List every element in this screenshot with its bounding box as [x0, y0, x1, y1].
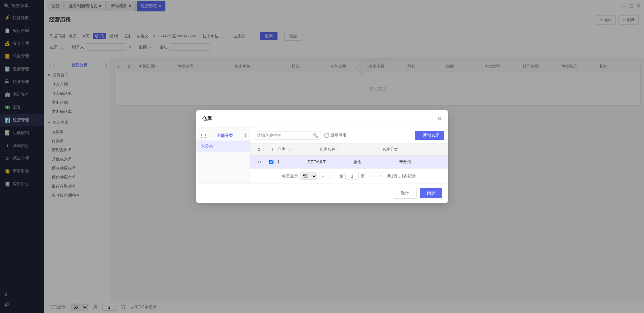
th-warehouse-id: 仓库... ⇅	[277, 147, 319, 152]
th-check[interactable]: ☐	[265, 147, 277, 152]
dialog-prev-page-btn[interactable]: ‹	[329, 172, 337, 180]
show-disabled-checkbox[interactable]	[325, 133, 329, 138]
row-id-cell: 1	[277, 160, 308, 164]
row-code-value: DEFAULT	[308, 160, 326, 164]
dialog-pagination: 每页显示 50 100 « ‹ 第 页 › » 共1页，1条记录	[250, 168, 448, 184]
dialog-per-page-select[interactable]: 50 100	[300, 172, 317, 180]
confirm-button[interactable]: 确定	[420, 188, 442, 198]
row-checkbox[interactable]	[269, 160, 273, 164]
cancel-button[interactable]: 取消	[394, 188, 417, 199]
dialog-left-panel: ⋮⋮ 全部分类 《 未分类	[196, 127, 250, 184]
dialog-page-input[interactable]	[345, 173, 359, 180]
row-name-value-cell: 总仓	[353, 159, 399, 165]
dialog-left-toggle[interactable]: 《	[242, 133, 246, 139]
row-settings-icon: ⚙	[253, 160, 265, 164]
table-row[interactable]: ⚙ 1 DEFAULT 总仓	[250, 156, 448, 168]
th-warehouse-name: 仓库名称 ⇅	[319, 147, 382, 152]
dialog-left-item-uncategorized[interactable]: 未分类	[196, 141, 250, 152]
dialog-left-title: 全部分类	[217, 133, 233, 139]
dialog-first-page-btn[interactable]: «	[319, 172, 327, 180]
row-checkbox-cell[interactable]	[265, 160, 277, 164]
dialog-last-page-btn[interactable]: »	[377, 172, 385, 180]
dialog-left-header[interactable]: ⋮⋮ 全部分类 《	[196, 131, 250, 141]
dialog-toolbar: 🔍 显示停用 + 新增仓库	[250, 127, 448, 144]
row-category-value: 未分类	[399, 159, 411, 165]
dialog-title: 仓库	[202, 116, 212, 122]
dialog-right-panel: 🔍 显示停用 + 新增仓库 ⚙ ☐	[250, 127, 448, 184]
settings-icon-th: ⚙	[257, 147, 261, 152]
dialog-header: 仓库 ✕	[196, 110, 448, 127]
dialog-per-page-label: 每页显示	[282, 173, 298, 179]
dialog-close-button[interactable]: ✕	[437, 115, 442, 122]
row-id-value: 1	[277, 160, 280, 164]
th-settings[interactable]: ⚙	[253, 147, 265, 152]
dialog-next-page-btn[interactable]: ›	[367, 172, 375, 180]
show-disabled-label[interactable]: 显示停用	[325, 132, 346, 138]
row-warehouse-name: 总仓	[353, 159, 361, 165]
dialog-left-icon: ⋮⋮	[200, 133, 208, 138]
row-name-cell: DEFAULT	[308, 160, 353, 164]
show-disabled-text: 显示停用	[330, 132, 346, 138]
row-category-cell: 未分类	[399, 159, 445, 165]
id-sort-icon[interactable]: ⇅	[290, 148, 293, 151]
row-gear-icon: ⚙	[257, 160, 261, 164]
dialog-search-icon: 🔍	[313, 133, 318, 138]
dialog-total-label: 共1页，1条记录	[387, 173, 416, 179]
th-warehouse-category: 仓库分类 ⇅	[382, 147, 445, 152]
warehouse-dialog: 仓库 ✕ ⋮⋮ 全部分类 《 未分类	[196, 110, 448, 203]
name-sort-icon[interactable]: ⇅	[336, 148, 339, 151]
category-sort-icon[interactable]: ⇅	[399, 148, 402, 151]
check-all-icon: ☐	[269, 147, 273, 152]
dialog-table: ⚙ ☐ 仓库... ⇅ 仓库名称 ⇅	[250, 144, 448, 168]
dialog-search-box: 🔍	[254, 131, 321, 140]
dialog-overlay: 仓库 ✕ ⋮⋮ 全部分类 《 未分类	[0, 0, 644, 313]
dialog-page-suffix: 页	[361, 173, 365, 179]
dialog-body: ⋮⋮ 全部分类 《 未分类 🔍 显示停	[196, 127, 448, 184]
dialog-page-label: 第	[339, 173, 343, 179]
dialog-table-header: ⚙ ☐ 仓库... ⇅ 仓库名称 ⇅	[250, 144, 448, 156]
dialog-search-input[interactable]	[257, 133, 311, 138]
dialog-footer: 取消 确定	[196, 184, 448, 203]
add-warehouse-button[interactable]: + 新增仓库	[415, 131, 444, 140]
